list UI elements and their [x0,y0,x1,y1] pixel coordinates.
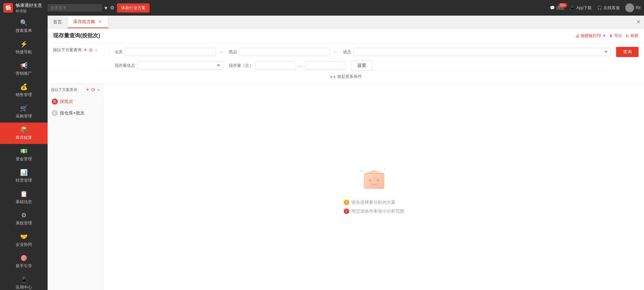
print-icon: 🖨 [575,34,579,38]
scheme-header-actions: + ⊙ « [86,87,100,93]
sidebar-item-inventory[interactable]: 📦 库存核算 [0,123,48,144]
topbar-settings-btn[interactable]: ⚙ [110,5,114,11]
sidebar-item-finance[interactable]: 💵 资金管理 [0,144,48,165]
tip2-text: 用过滤条件来缩小分析范围 [351,208,404,214]
newbie-icon: 🎯 [20,254,28,262]
enterprise-icon: 🤝 [20,233,28,240]
sales-icon: 💰 [20,83,28,91]
sidebar-item-marketing[interactable]: 📢 营销推广 [0,58,48,80]
industry-btn[interactable]: 体验行业方案 [117,3,150,13]
tip1-num: 1 [344,200,349,205]
print-dropdown-icon[interactable]: ▼ [603,34,606,38]
scheme-by-warehouse-batch-icon: 批 [52,110,58,116]
refresh-btn[interactable]: ↻ 刷新 [626,33,639,39]
sidebar-item-label: 企业协同 [16,242,32,248]
export-icon: ⬆ [609,34,613,38]
online-service-label: 在线客服 [604,5,620,11]
app-download-icon: 📱 [570,5,575,10]
page-header: 现存量查询(按批次) 🖨 按模板打印 ▼ ⬆ 导出 ↻ 刷新 [48,29,644,43]
status-select[interactable] [353,48,611,56]
refresh-label: 刷新 [630,33,639,39]
page-title: 现存量查询(按批次) [53,32,100,39]
sidebar-item-purchase[interactable]: 🛒 采购管理 [0,101,48,123]
topbar-right: 💬 消息 99+ 📱 App下载 🎧 在线客服 Rit [550,3,641,12]
quick-nav-icon: ⚡ [20,40,28,48]
settings-btn[interactable]: 设置 [351,60,373,71]
scheme-by-batch-icon: 批 [52,98,58,105]
print-label: 按模板打印 [581,33,601,39]
content-area: 首页 库存批次账 ✕ ✕ 现存量查询(按批次) 🖨 按模板打印 ▼ ⬆ [48,16,644,290]
sidebar-item-app-center[interactable]: 📱 应用中心 [0,272,48,290]
collapse-btn[interactable]: ∧∧ 收起更多条件 [327,72,365,81]
print-btn[interactable]: 🖨 按模板打印 ▼ [575,33,606,39]
export-btn[interactable]: ⬆ 导出 [609,33,622,39]
sidebar-item-operations[interactable]: 📊 经营管理 [0,165,48,187]
tab-close-right-btn[interactable]: ✕ [636,19,641,25]
search-input[interactable] [48,4,102,12]
product-input[interactable] [239,48,330,56]
scheme-add-btn[interactable]: + [86,87,89,93]
sidebar-item-enterprise[interactable]: 🤝 企业协同 [0,230,48,251]
warehouse-input[interactable] [125,48,216,56]
query-main: 按以下方案查询 + ⊙ « 批 按批次 批 按仓库+批次 [48,84,644,290]
stock-status-select[interactable] [137,61,223,70]
purchase-icon: 🛒 [20,105,28,112]
empty-tip-2: 2 用过滤条件来缩小分析范围 [344,208,404,214]
message-badge: 99+ [559,3,567,7]
page-actions: 🖨 按模板打印 ▼ ⬆ 导出 ↻ 刷新 [575,33,639,39]
sidebar-item-label: 营销推广 [16,71,32,76]
main-layout: 🔍 搜索菜单 ⚡ 快捷导航 📢 营销推广 💰 销售管理 🛒 采购管理 📦 库存核… [0,16,644,290]
filter-scheme-settings-icon[interactable]: ⊙ [89,47,93,53]
product-more-btn[interactable]: ··· [333,49,338,55]
scheme-panel-header: 按以下方案查询 + ⊙ « [48,84,103,96]
warehouse-more-btn[interactable]: ··· [219,49,223,55]
tab-panel-right: ✕ [636,16,644,28]
filter-add-icon[interactable]: + [84,47,87,53]
tabbar: 首页 库存批次账 ✕ ✕ [48,16,644,29]
sidebar-item-label: 新手引导 [16,263,32,269]
empty-tips: 1 请先选择要分析的方案 2 用过滤条件来缩小分析范围 [344,199,404,214]
collapse-up-icon: ∧∧ [330,74,336,79]
scheme-header-label: 按以下方案查询 [51,87,77,92]
query-btn[interactable]: 查询 [616,47,639,57]
topbar: 畅 畅康通好生意 标准版 ▼ ⚙ 体验行业方案 💬 消息 99+ 📱 App下载… [0,0,644,16]
inventory-icon: 📦 [20,126,28,133]
sidebar-item-newbie[interactable]: 🎯 新手引导 [0,251,48,272]
svg-marker-1 [364,170,384,174]
tab-home[interactable]: 首页 [48,16,68,28]
status-label: 状态 [343,49,351,55]
svg-text:★: ★ [360,169,363,173]
finance-icon: 💵 [20,147,28,155]
sidebar-item-label: 基础信息 [16,199,32,205]
scheme-by-batch-label: 按批次 [60,98,73,105]
app-download-btn[interactable]: 📱 App下载 [570,5,592,11]
svg-text:★: ★ [384,168,385,170]
warehouse-label: 仓库 [115,49,123,55]
topbar-brand-info: 畅康通好生意 标准版 [16,2,42,14]
scheme-item-by-batch[interactable]: 批 按批次 [48,96,103,107]
topbar-dropdown-icon[interactable]: ▼ [103,5,108,11]
stock-quantity-from[interactable] [255,61,296,70]
user-area[interactable]: Rit [625,3,641,12]
sidebar-item-system[interactable]: ⚙ 系统管理 [0,208,48,230]
system-icon: ⚙ [21,212,27,219]
scheme-item-by-warehouse-batch[interactable]: 批 按仓库+批次 [48,107,103,119]
filter-area: 按以下方案查询 + ⊙ « 仓库 ··· [48,43,644,84]
sidebar-item-quick-nav[interactable]: ⚡ 快捷导航 [0,37,48,58]
result-area: ★ ★ ★ 1 请先选择要分析的方案 2 用过滤条件来缩小分析范围 [104,84,644,290]
sidebar-item-search[interactable]: 🔍 搜索菜单 [0,16,48,37]
tab-inventory-batch-label: 库存批次账 [73,19,95,25]
sidebar-item-sales[interactable]: 💰 销售管理 [0,80,48,101]
filter-collapse-left-icon[interactable]: « [95,47,98,53]
stock-quantity-to[interactable] [305,61,345,70]
tab-inventory-batch[interactable]: 库存批次账 ✕ [68,16,108,28]
message-btn[interactable]: 💬 消息 99+ [550,5,564,11]
tip1-text: 请先选择要分析的方案 [351,199,395,205]
scheme-settings-btn[interactable]: ⊙ [91,87,95,92]
operations-icon: 📊 [20,169,28,176]
svg-point-4 [369,179,371,182]
scheme-collapse-btn[interactable]: « [97,87,100,92]
online-service-btn[interactable]: 🎧 在线客服 [597,5,620,11]
sidebar-item-basics[interactable]: 📋 基础信息 [0,187,48,208]
tab-close-btn[interactable]: ✕ [97,19,103,24]
